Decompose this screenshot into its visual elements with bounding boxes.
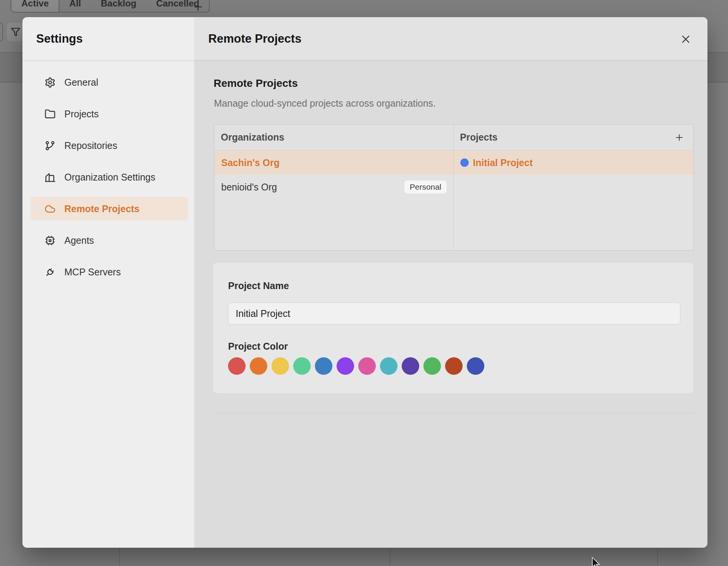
color-swatch[interactable] bbox=[445, 357, 463, 375]
chip-icon bbox=[45, 235, 56, 246]
sidebar-item-label: Remote Projects bbox=[64, 203, 139, 214]
plug-icon bbox=[42, 264, 58, 280]
projects-column-header: Projects bbox=[453, 131, 693, 144]
mouse-cursor bbox=[591, 557, 602, 566]
filter-button[interactable] bbox=[7, 23, 24, 41]
project-item-initial-project[interactable]: Initial Project bbox=[453, 157, 693, 168]
project-name: Initial Project bbox=[473, 157, 533, 168]
settings-main-pane: Remote Projects Remote Projects Manage c… bbox=[194, 17, 707, 548]
building-icon bbox=[45, 172, 56, 183]
color-swatch[interactable] bbox=[250, 357, 267, 375]
project-name-label: Project Name bbox=[228, 280, 289, 291]
gear-icon bbox=[45, 77, 56, 88]
git-branch-icon bbox=[45, 140, 56, 151]
plus-icon bbox=[674, 133, 684, 142]
funnel-icon bbox=[11, 27, 21, 37]
edge-button-partial bbox=[0, 22, 3, 42]
color-swatch[interactable] bbox=[315, 357, 332, 375]
tab-active[interactable]: Active bbox=[11, 0, 59, 12]
organization-name: benioid's Org bbox=[221, 182, 277, 193]
pane-title: Remote Projects bbox=[208, 32, 302, 46]
organization-item-sachins-org[interactable]: Sachin's Org bbox=[214, 157, 453, 168]
color-swatch[interactable] bbox=[467, 357, 484, 375]
tab-all[interactable]: All bbox=[59, 0, 91, 12]
sidebar-item-organization-settings[interactable]: Organization Settings bbox=[30, 165, 188, 189]
project-form-panel: Project Name Project Color bbox=[213, 262, 694, 393]
project-color-label: Project Color bbox=[228, 341, 288, 352]
color-swatch[interactable] bbox=[402, 357, 419, 375]
sidebar-item-agents[interactable]: Agents bbox=[30, 229, 188, 252]
add-project-button[interactable] bbox=[673, 131, 686, 144]
projects-column-header-label: Projects bbox=[460, 132, 498, 143]
section-title: Remote Projects bbox=[214, 77, 298, 90]
table-row: benioid's Org Personal bbox=[214, 175, 693, 199]
sidebar-item-mcp-servers[interactable]: MCP Servers bbox=[30, 260, 188, 284]
color-swatch[interactable] bbox=[358, 357, 376, 375]
sidebar-item-label: Projects bbox=[64, 109, 99, 120]
plus-icon bbox=[192, 1, 204, 13]
color-swatch[interactable] bbox=[423, 357, 441, 375]
sidebar-item-repositories[interactable]: Repositories bbox=[30, 134, 188, 157]
screen: Active All Backlog Cancelled Settings Ge… bbox=[0, 0, 728, 566]
sidebar-header: Settings bbox=[22, 17, 194, 61]
color-swatch[interactable] bbox=[228, 357, 246, 375]
sidebar-item-projects[interactable]: Projects bbox=[30, 102, 188, 126]
color-swatch[interactable] bbox=[337, 357, 354, 375]
organizations-column-header: Organizations bbox=[214, 132, 453, 143]
table-row: Sachin's Org Initial Project bbox=[214, 150, 693, 175]
sidebar-list: General Projects Repositories Organizati… bbox=[22, 61, 194, 292]
sidebar-item-label: MCP Servers bbox=[64, 267, 121, 278]
sidebar-item-label: Repositories bbox=[64, 140, 117, 151]
folder-icon bbox=[45, 109, 56, 120]
table-column-divider bbox=[453, 125, 454, 250]
color-swatch[interactable] bbox=[380, 357, 398, 375]
color-swatch[interactable] bbox=[293, 357, 311, 375]
close-icon bbox=[680, 34, 691, 45]
close-button[interactable] bbox=[678, 32, 693, 47]
main-header: Remote Projects bbox=[194, 17, 707, 61]
sidebar-item-remote-projects[interactable]: Remote Projects bbox=[30, 197, 188, 221]
sidebar-item-label: General bbox=[64, 77, 98, 88]
add-view-button[interactable] bbox=[190, 0, 206, 14]
tab-backlog[interactable]: Backlog bbox=[91, 0, 146, 12]
table-header-row: Organizations Projects bbox=[214, 125, 693, 150]
sidebar-item-label: Agents bbox=[64, 235, 94, 246]
cloud-icon bbox=[45, 203, 56, 214]
organization-item-benioids-org[interactable]: benioid's Org Personal bbox=[214, 181, 453, 193]
view-tabbar: Active All Backlog Cancelled bbox=[11, 0, 210, 13]
main-content: Remote Projects Manage cloud-synced proj… bbox=[194, 61, 707, 548]
settings-modal: Settings General Projects Repositories bbox=[22, 17, 707, 548]
settings-sidebar: Settings General Projects Repositories bbox=[22, 17, 194, 548]
personal-badge: Personal bbox=[404, 181, 447, 193]
project-name-input[interactable] bbox=[228, 302, 680, 325]
settings-title: Settings bbox=[36, 32, 83, 46]
project-color-dot bbox=[460, 158, 469, 167]
sidebar-item-label: Organization Settings bbox=[64, 172, 155, 183]
section-divider bbox=[214, 413, 694, 413]
color-swatch-row bbox=[228, 357, 484, 375]
section-subtitle: Manage cloud-synced projects across orga… bbox=[214, 98, 436, 109]
sidebar-item-general[interactable]: General bbox=[30, 70, 188, 94]
org-projects-table: Organizations Projects Sachin's Org bbox=[214, 124, 694, 251]
color-swatch[interactable] bbox=[271, 357, 289, 375]
organization-name: Sachin's Org bbox=[221, 157, 279, 168]
